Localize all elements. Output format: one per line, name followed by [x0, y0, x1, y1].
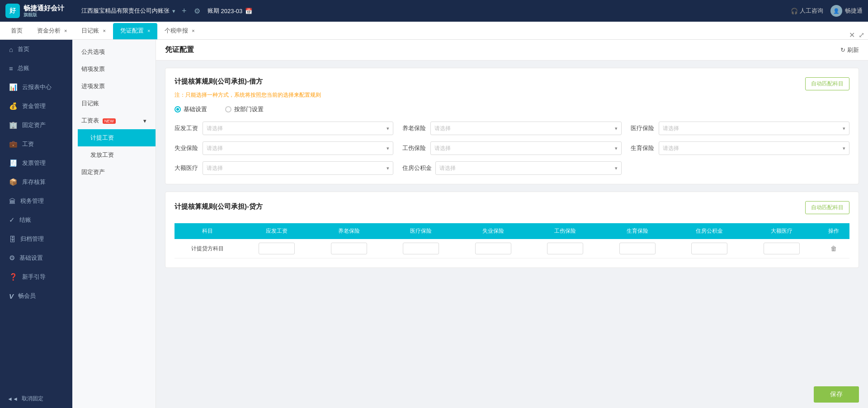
input-injury[interactable]	[547, 243, 583, 254]
debit-auto-match-button[interactable]: 自动匹配科目	[805, 77, 849, 90]
sidebar: ⌂ 首页 ≡ 总账 📊 云报表中心 💰 资金管理 🏢 固定资产 💼 工资 🧾 发…	[0, 40, 72, 408]
field-housing: 住房公积金 请选择 ▾	[402, 161, 621, 175]
sidebar-item-archive[interactable]: 🗄 归档管理	[0, 230, 72, 249]
field-medical-select[interactable]: 请选择 ▾	[659, 122, 849, 135]
sidebar-item-assets[interactable]: 🏢 固定资产	[0, 116, 72, 135]
cancel-pin-button[interactable]: ◄◄ 取消固定	[0, 389, 72, 408]
td-pension	[313, 239, 385, 258]
settings-gear-icon: ⚙	[9, 254, 15, 262]
td-subject: 计提贷方科目	[175, 239, 241, 258]
left-nav-salary-table[interactable]: 工资表 NEW ▾	[72, 112, 156, 129]
sidebar-item-home[interactable]: ⌂ 首页	[0, 40, 72, 59]
sidebar-item-settings[interactable]: ⚙ 基础设置	[0, 249, 72, 267]
td-wage	[241, 239, 313, 258]
field-bigmedical-select[interactable]: 请选择 ▾	[203, 161, 393, 175]
radio-basic-circle	[175, 106, 181, 113]
input-housing[interactable]	[691, 243, 727, 254]
chevron-down-icon: ▾	[143, 117, 146, 124]
sidebar-item-reports-label: 云报表中心	[22, 83, 52, 91]
refresh-icon: ↻	[840, 47, 845, 53]
radio-dept[interactable]: 按部门设置	[225, 105, 264, 113]
sidebar-item-guide[interactable]: ❓ 新手引导	[0, 267, 72, 286]
tab-voucher[interactable]: 凭证配置 ×	[113, 23, 157, 39]
sidebar-item-close[interactable]: ✓ 结账	[0, 211, 72, 230]
field-bigmedical-placeholder: 请选择	[207, 164, 223, 172]
ledger-icon: ≡	[9, 65, 13, 72]
sidebar-item-invoice[interactable]: 🧾 发票管理	[0, 154, 72, 173]
sidebar-item-inventory[interactable]: 📦 库存核算	[0, 173, 72, 192]
sidebar-item-inventory-label: 库存核算	[22, 178, 46, 186]
tab-tax-close[interactable]: ×	[192, 28, 194, 33]
save-button[interactable]: 保存	[814, 386, 859, 403]
period-value[interactable]: 2023-03	[221, 8, 243, 14]
left-nav-pay-salary[interactable]: 发放工资	[78, 146, 156, 164]
close-all-icon[interactable]: ✕	[849, 31, 855, 39]
th-bigmedical: 大额医疗	[745, 223, 818, 239]
field-unemploy-placeholder: 请选择	[207, 145, 223, 152]
left-nav-sales[interactable]: 销项发票	[72, 61, 156, 78]
input-medical[interactable]	[403, 243, 439, 254]
company-dropdown-icon[interactable]: ▾	[172, 8, 175, 14]
field-birth-select[interactable]: 请选择 ▾	[659, 141, 849, 155]
settings-icon[interactable]: ⚙	[194, 7, 200, 15]
delete-row-button[interactable]: 🗑	[830, 245, 837, 252]
field-injury-placeholder: 请选择	[434, 145, 451, 152]
sidebar-item-salary[interactable]: 💼 工资	[0, 135, 72, 154]
credit-section-title: 计提核算规则(公司承担)-贷方	[175, 202, 263, 211]
new-badge: NEW	[103, 118, 116, 124]
tab-tax[interactable]: 个税申报 ×	[157, 23, 202, 39]
radio-dept-label: 按部门设置	[234, 105, 264, 113]
tab-voucher-close[interactable]: ×	[147, 28, 150, 33]
left-nav-fixed-assets[interactable]: 固定资产	[72, 164, 156, 181]
input-birth[interactable]	[619, 243, 656, 254]
debit-section: 计提核算规则(公司承担)-借方 注：只能选择一种方式，系统将按照您当前的选择来配…	[165, 68, 859, 184]
th-birth: 生育保险	[601, 223, 674, 239]
tab-fund[interactable]: 资金分析 ×	[30, 23, 74, 39]
input-bigmedical[interactable]	[764, 243, 800, 254]
support-button[interactable]: 🎧 人工咨询	[791, 7, 823, 15]
left-nav-payroll[interactable]: 计提工资	[78, 129, 156, 146]
field-wage-placeholder: 请选择	[207, 125, 223, 132]
field-wage-select[interactable]: 请选择 ▾	[203, 122, 393, 135]
th-medical: 医疗保险	[385, 223, 458, 239]
left-nav-public[interactable]: 公共选项	[72, 43, 156, 61]
company-name[interactable]: 江西服宝精品有限责任公司内账张	[81, 7, 170, 15]
tab-journal-label: 日记账	[81, 27, 99, 35]
tax-icon: 🏛	[9, 197, 16, 205]
input-unemploy[interactable]	[475, 243, 511, 254]
app-edition: 旗舰版	[24, 12, 64, 18]
field-pension-select[interactable]: 请选择 ▾	[430, 122, 621, 135]
app-logo: 好 畅捷通好会计 旗舰版	[5, 4, 78, 18]
field-housing-select[interactable]: 请选择 ▾	[435, 161, 621, 175]
field-birth: 生育保险 请选择 ▾	[631, 141, 849, 155]
sidebar-item-member[interactable]: V 畅会员	[0, 286, 72, 305]
td-birth	[601, 239, 674, 258]
add-account-icon[interactable]: +	[182, 6, 187, 16]
refresh-button[interactable]: ↻ 刷新	[840, 46, 859, 54]
credit-auto-match-button[interactable]: 自动匹配科目	[805, 201, 849, 214]
calendar-icon[interactable]: 📅	[245, 8, 252, 14]
tab-fund-close[interactable]: ×	[64, 28, 67, 33]
topbar: 好 畅捷通好会计 旗舰版 江西服宝精品有限责任公司内账张 ▾ + ⚙ 账期 20…	[0, 0, 868, 22]
field-unemploy-select[interactable]: 请选择 ▾	[203, 141, 393, 155]
field-injury-label: 工伤保险	[402, 144, 427, 152]
user-button[interactable]: 👤 畅捷通	[830, 5, 863, 17]
sidebar-item-tax[interactable]: 🏛 税务管理	[0, 192, 72, 211]
left-nav-purchase[interactable]: 进项发票	[72, 78, 156, 95]
sidebar-item-capital[interactable]: 💰 资金管理	[0, 97, 72, 116]
input-wage[interactable]	[259, 243, 295, 254]
field-injury-select[interactable]: 请选择 ▾	[430, 141, 621, 155]
left-nav-journal[interactable]: 日记账	[72, 95, 156, 112]
tab-journal[interactable]: 日记账 ×	[74, 23, 113, 39]
sidebar-item-reports[interactable]: 📊 云报表中心	[0, 78, 72, 97]
sidebar-item-ledger[interactable]: ≡ 总账	[0, 59, 72, 78]
radio-row: 基础设置 按部门设置	[175, 105, 849, 113]
radio-basic[interactable]: 基础设置	[175, 105, 207, 113]
tab-journal-close[interactable]: ×	[103, 28, 105, 33]
field-pension: 养老保险 请选择 ▾	[402, 122, 621, 135]
input-pension[interactable]	[331, 243, 367, 254]
tab-home[interactable]: 首页	[4, 23, 30, 39]
expand-icon[interactable]: ⤢	[859, 31, 864, 39]
refresh-label: 刷新	[847, 46, 859, 54]
sidebar-item-assets-label: 固定资产	[22, 121, 46, 129]
